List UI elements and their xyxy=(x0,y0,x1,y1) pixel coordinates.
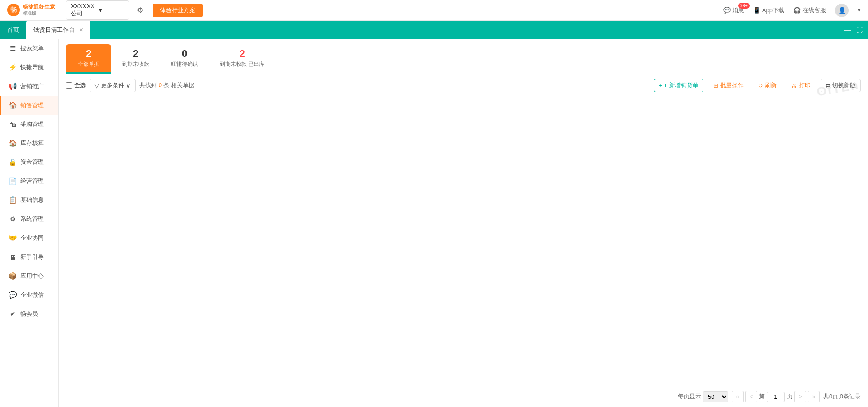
stat-overdue-label: 到期未收款 xyxy=(122,61,149,68)
sidebar-item-basicinfo[interactable]: 📋 基础信息 xyxy=(0,191,58,210)
print-label: 打印 xyxy=(799,81,811,89)
tab-cashflow-label: 钱货日清工作台 xyxy=(33,26,75,34)
sidebar-item-corpwechat[interactable]: 💬 企业微信 xyxy=(0,285,58,304)
first-page-button[interactable]: « xyxy=(732,391,744,402)
sidebar-label-system: 系统管理 xyxy=(20,215,44,223)
sidebar: ☰ 搜索菜单 ⚡ 快捷导航 📢 营销推广 🏠 销售管理 🛍 采购管理 🏠 库存核… xyxy=(0,39,59,407)
logo-name: 畅捷通好生意 xyxy=(23,4,55,10)
sidebar-label-marketing: 营销推广 xyxy=(20,82,44,90)
sidebar-item-purchase[interactable]: 🛍 采购管理 xyxy=(0,115,58,134)
sidebar-label-basicinfo: 基础信息 xyxy=(20,196,44,204)
select-all-text: 全选 xyxy=(74,81,86,89)
stat-tab-shipped[interactable]: 2 到期未收款 已出库 xyxy=(209,44,275,74)
batch-button[interactable]: ⊞ 批量操作 xyxy=(709,79,748,92)
stat-tab-all[interactable]: 2 全部单据 xyxy=(66,44,111,74)
pagination-bar: 每页显示 50 20 100 « < 第 页 > » 共0页,0条记录 xyxy=(59,386,868,407)
sidebar-label-purchase: 采购管理 xyxy=(20,120,44,128)
message-badge: 99+ xyxy=(738,3,750,9)
sidebar-label-appcenter: 应用中心 xyxy=(20,272,44,280)
sidebar-item-search[interactable]: ☰ 搜索菜单 xyxy=(0,39,58,58)
marketing-icon: 📢 xyxy=(9,82,17,90)
sidebar-item-sales[interactable]: 🏠 销售管理 xyxy=(0,96,58,115)
tab-cashflow[interactable]: 钱货日清工作台 ✕ xyxy=(26,21,90,39)
settings-button[interactable]: ⚙ xyxy=(133,3,147,18)
operations-icon: 📄 xyxy=(9,177,17,185)
sidebar-item-finance[interactable]: 🔒 资金管理 xyxy=(0,153,58,172)
filter-label: 更多条件 xyxy=(101,81,124,89)
toolbar-left: 全选 ▽ 更多条件 ∨ 共找到 0 条 相关单据 xyxy=(66,79,648,92)
logo-icon: 畅 xyxy=(7,4,20,16)
sidebar-item-marketing[interactable]: 📢 营销推广 xyxy=(0,77,58,96)
online-service-label: 在线客服 xyxy=(802,6,826,14)
sidebar-item-member[interactable]: ✔ 畅会员 xyxy=(0,304,58,323)
top-bar: 畅 畅捷通好生意 标准版 XXXXXX公司 ▾ ⚙ 体验行业方案 💬 消息 99… xyxy=(0,0,868,21)
add-icon: + xyxy=(659,82,662,89)
minimize-icon[interactable]: — xyxy=(844,26,851,33)
message-button[interactable]: 💬 消息 99+ xyxy=(723,6,744,14)
found-unit: 条 xyxy=(163,82,169,89)
guide-icon: 🖥 xyxy=(9,253,17,261)
add-sale-button[interactable]: + + 新增销货单 xyxy=(654,79,703,92)
page-size-select[interactable]: 50 20 100 xyxy=(703,391,728,402)
username-display[interactable]: ▾ xyxy=(858,7,861,14)
stat-tab-pending[interactable]: 0 旺辅待确认 xyxy=(160,44,209,74)
top-right-area: 💬 消息 99+ 📱 App下载 🎧 在线客服 👤 ▾ xyxy=(723,4,861,17)
page-label: 第 xyxy=(759,393,765,401)
add-sale-label: + 新增销货单 xyxy=(664,81,698,89)
toolbar-right: + + 新增销货单 ⊞ 批量操作 ↺ 刷新 🖨 打印 ⇄ 切换新版 xyxy=(654,79,861,92)
refresh-button[interactable]: ↺ 刷新 xyxy=(754,79,781,92)
last-page-button[interactable]: » xyxy=(808,391,820,402)
page-input[interactable] xyxy=(767,392,785,402)
page-navigation: « < 第 页 > » xyxy=(732,391,820,402)
refresh-icon: ↺ xyxy=(758,82,763,89)
purchase-icon: 🛍 xyxy=(9,121,17,128)
chevron-down-icon-user: ▾ xyxy=(858,7,861,14)
tab-close-button[interactable]: ✕ xyxy=(79,27,83,33)
toolbar: 全选 ▽ 更多条件 ∨ 共找到 0 条 相关单据 + + 新增销货单 xyxy=(59,74,868,97)
found-count: 0 xyxy=(159,82,162,89)
page-suffix: 页 xyxy=(787,393,793,401)
sidebar-item-quicknav[interactable]: ⚡ 快捷导航 xyxy=(0,58,58,77)
corpwechat-icon: 💬 xyxy=(9,291,17,299)
phone-icon: 📱 xyxy=(753,7,760,14)
app-download-button[interactable]: 📱 App下载 xyxy=(753,6,784,14)
sidebar-item-collab[interactable]: 🤝 企业协同 xyxy=(0,229,58,248)
switch-version-button[interactable]: ⇄ 切换新版 xyxy=(821,79,861,92)
content-area: 2 全部单据 2 到期未收款 0 旺辅待确认 2 到期未收款 已出库 全选 xyxy=(59,39,868,407)
sidebar-item-system[interactable]: ⚙ 系统管理 xyxy=(0,210,58,229)
select-all-checkbox[interactable] xyxy=(66,82,72,89)
stat-tab-overdue[interactable]: 2 到期未收款 xyxy=(111,44,160,74)
quicknav-icon: ⚡ xyxy=(9,63,17,71)
next-page-button[interactable]: > xyxy=(794,391,806,402)
print-button[interactable]: 🖨 打印 xyxy=(787,79,815,92)
sidebar-item-inventory[interactable]: 🏠 库存核算 xyxy=(0,134,58,153)
filter-button[interactable]: ▽ 更多条件 ∨ xyxy=(90,79,136,92)
sidebar-label-collab: 企业协同 xyxy=(20,234,44,242)
sidebar-item-operations[interactable]: 📄 经营管理 xyxy=(0,172,58,191)
experience-button[interactable]: 体验行业方案 xyxy=(153,4,203,17)
select-all-label[interactable]: 全选 xyxy=(66,81,86,89)
company-selector[interactable]: XXXXXX公司 ▾ xyxy=(66,0,129,20)
message-icon: 💬 xyxy=(723,7,731,14)
online-service-button[interactable]: 🎧 在线客服 xyxy=(793,6,826,14)
sidebar-label-inventory: 库存核算 xyxy=(20,139,44,147)
page-size-label: 每页显示 xyxy=(678,393,701,401)
maximize-icon[interactable]: ⛶ xyxy=(856,26,863,33)
member-icon: ✔ xyxy=(9,310,17,318)
prev-page-button[interactable]: < xyxy=(745,391,757,402)
sidebar-label-guide: 新手引导 xyxy=(20,253,44,261)
page-size-selector: 每页显示 50 20 100 xyxy=(678,391,728,402)
search-menu-icon: ☰ xyxy=(9,44,17,52)
system-icon: ⚙ xyxy=(9,215,17,223)
sidebar-item-guide[interactable]: 🖥 新手引导 xyxy=(0,248,58,267)
stat-shipped-label: 到期未收款 已出库 xyxy=(220,61,264,68)
tab-home[interactable]: 首页 xyxy=(0,21,26,39)
tab-bar: 首页 钱货日清工作台 ✕ — ⛶ xyxy=(0,21,868,39)
sidebar-item-appcenter[interactable]: 📦 应用中心 xyxy=(0,267,58,285)
sidebar-label-corpwechat: 企业微信 xyxy=(20,291,44,299)
appcenter-icon: 📦 xyxy=(9,272,17,280)
gear-icon: ⚙ xyxy=(137,6,143,14)
finance-icon: 🔒 xyxy=(9,158,17,166)
sidebar-label-member: 畅会员 xyxy=(20,310,38,318)
avatar[interactable]: 👤 xyxy=(835,4,849,17)
